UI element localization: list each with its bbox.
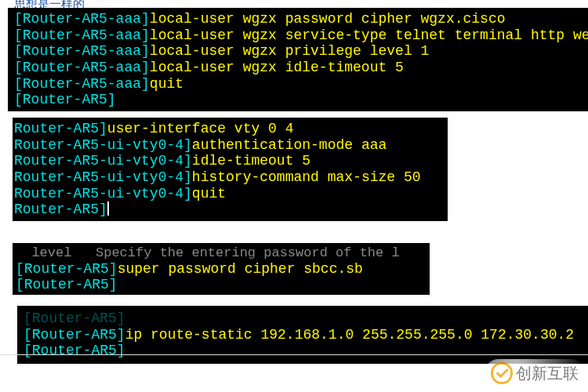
command: local-user wgzx privilege level 1 [150,43,429,59]
terminal-block-vty: Router-AR5]user-interface vty 0 4 Router… [13,118,448,221]
prompt: Router-AR5] [14,121,107,136]
command: idle-timeout 5 [192,153,310,169]
svg-point-0 [492,363,511,383]
prompt: [Router-AR5] [24,327,125,343]
prompt: Router-AR5-ui-vty0-4] [14,169,192,185]
command: history-command max-size 50 [192,169,421,185]
prompt: Router-AR5-ui-vty0-4] [14,137,192,153]
command: super password cipher sbcc.sb [118,261,363,277]
prompt: [Router-AR5] [24,343,125,358]
prompt: Router-AR5-ui-vty0-4] [14,153,192,169]
prompt-fragment: [Router-AR5] [24,310,125,326]
watermark-text: 创新互联 [516,363,579,384]
prompt: [Router-AR5] [14,92,116,107]
terminal-block-aaa: [Router-AR5-aaa]local-user wgzx password… [8,8,588,111]
prompt: [Router-AR5-aaa] [14,43,150,59]
command: local-user wgzx idle-timeout 5 [150,60,404,75]
watermark-logo-icon [491,362,513,384]
command: ip route-static 192.168.1.0 255.255.255.… [125,327,575,343]
cursor-icon [107,201,109,216]
divider [0,354,588,355]
prompt: [Router-AR5] [16,261,118,277]
help-fragment: level Specify the entering password of t… [16,245,400,260]
terminal-block-super: level Specify the entering password of t… [13,243,430,295]
command: authentication-mode aaa [192,137,387,153]
prompt: [Router-AR5-aaa] [14,11,150,27]
command: quit [150,76,183,92]
watermark: 创新互联 [485,359,585,387]
command: local-user wgzx password cipher wgzx.cis… [150,11,506,27]
prompt: Router-AR5-ui-vty0-4] [14,186,192,201]
prompt: [Router-AR5-aaa] [14,60,150,75]
prompt: Router-AR5] [14,201,107,217]
prompt: [Router-AR5] [16,277,118,292]
command: quit [192,186,226,201]
prompt: [Router-AR5-aaa] [14,27,150,43]
command: local-user wgzx service-type telnet term… [150,27,588,43]
prompt: [Router-AR5-aaa] [14,76,150,92]
command: user-interface vty 0 4 [107,121,294,136]
